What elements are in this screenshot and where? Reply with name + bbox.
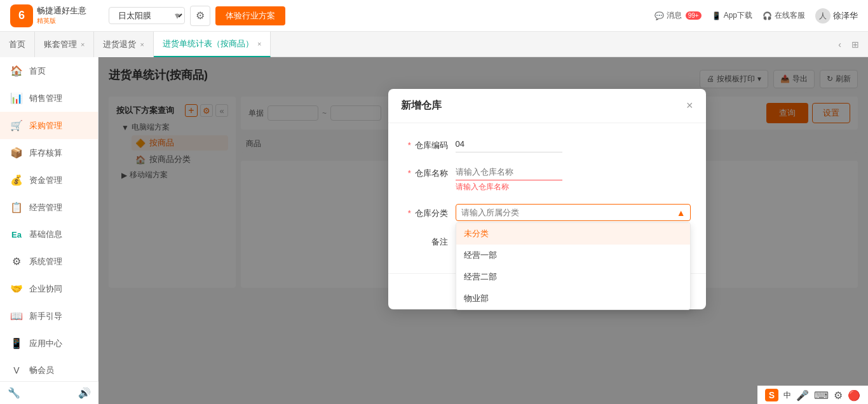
- app-icon: 📱: [712, 11, 721, 20]
- logo-title: 畅捷通好生意: [37, 6, 86, 17]
- tab-controls: ‹ ⊞: [834, 38, 868, 51]
- sidebar-label-inventory: 库存核算: [29, 147, 62, 159]
- s-logo: S: [765, 389, 778, 401]
- sidebar-label-enterprise: 企业协同: [29, 283, 62, 295]
- name-input[interactable]: [456, 164, 562, 180]
- sidebar-label-vip: 畅会员: [29, 365, 54, 376]
- close-status-icon[interactable]: 🔴: [848, 389, 860, 401]
- store-select-wrap[interactable]: 日太阳膜: [109, 7, 185, 24]
- modal-body: * 仓库编码 * 仓库名称 请输入仓库名称: [388, 123, 706, 273]
- message-badge: 99+: [686, 11, 702, 20]
- dropdown-item-property[interactable]: 物业部: [456, 288, 690, 309]
- name-label-text: 仓库名称: [415, 168, 448, 178]
- sidebar-label-purchase: 采购管理: [29, 120, 62, 131]
- category-input[interactable]: [456, 204, 691, 221]
- tab-account-label: 账套管理: [44, 39, 77, 50]
- appstore-icon: 📱: [10, 337, 23, 349]
- sidebar-item-inventory[interactable]: 📦 库存核算: [0, 139, 98, 166]
- app-download-item[interactable]: 📱 App下载: [712, 10, 752, 21]
- tab-home[interactable]: 首页: [0, 32, 35, 57]
- sidebar-item-vip[interactable]: V 畅会员: [0, 357, 98, 384]
- tab-purchase-stats-label: 进货单统计表（按商品）: [163, 38, 254, 50]
- user-avatar: 人: [815, 8, 831, 24]
- tab-next-icon[interactable]: ⊞: [848, 38, 863, 51]
- sidebar-label-system: 系统管理: [29, 256, 62, 267]
- home-icon: 🏠: [10, 65, 23, 77]
- top-header: 6 畅捷通好生意 精英版 日太阳膜 ⚙ 体验行业方案 💬 消息 99+ 📱 Ap…: [0, 0, 868, 32]
- code-label-text: 仓库编码: [415, 140, 448, 150]
- message-item[interactable]: 💬 消息 99+: [654, 10, 702, 21]
- online-service-label: 在线客服: [775, 10, 805, 21]
- sidebar-item-appstore[interactable]: 📱 应用中心: [0, 330, 98, 357]
- code-input-wrap: [456, 136, 691, 152]
- modal-header: 新增仓库 ×: [388, 89, 706, 123]
- sidebar-item-management[interactable]: 📋 经营管理: [0, 194, 98, 221]
- sidebar-item-purchase[interactable]: 🛒 采购管理: [0, 112, 98, 139]
- code-field-row: * 仓库编码: [403, 136, 691, 152]
- logo-area: 6 畅捷通好生意 精英版: [10, 4, 109, 27]
- name-field-row: * 仓库名称 请输入仓库名称: [403, 164, 691, 192]
- chinese-label: 中: [783, 390, 791, 401]
- name-label: * 仓库名称: [403, 164, 448, 179]
- settings-status-icon[interactable]: ⚙: [834, 389, 843, 401]
- settings-bottom-icon[interactable]: 🔧: [8, 387, 20, 399]
- trial-button[interactable]: 体验行业方案: [215, 6, 285, 25]
- enterprise-icon: 🤝: [10, 283, 23, 295]
- modal-close-btn[interactable]: ×: [686, 99, 693, 112]
- tab-purchase-stats-close[interactable]: ×: [257, 40, 261, 48]
- mic-icon[interactable]: 🎤: [796, 389, 809, 401]
- dropdown-item-dept2[interactable]: 经营二部: [456, 266, 690, 288]
- tab-purchase-return-close[interactable]: ×: [140, 41, 144, 48]
- sidebar-label-appstore: 应用中心: [29, 338, 62, 349]
- category-dropdown-wrap: ▲ 未分类 经营一部 经营二部 物业部: [456, 204, 691, 221]
- note-label: 备注: [403, 232, 448, 248]
- tab-purchase-stats[interactable]: 进货单统计表（按商品） ×: [154, 32, 271, 57]
- tab-bar: 首页 账套管理 × 进货退货 × 进货单统计表（按商品） × ‹ ⊞: [0, 32, 868, 57]
- note-label-text: 备注: [431, 237, 448, 246]
- category-dropdown-list: 未分类 经营一部 经营二部 物业部: [456, 222, 691, 310]
- sidebar-item-sales[interactable]: 📊 销售管理: [0, 84, 98, 112]
- sidebar-item-enterprise[interactable]: 🤝 企业协同: [0, 275, 98, 302]
- system-icon: ⚙: [10, 255, 23, 267]
- audio-icon[interactable]: 🔊: [78, 387, 91, 399]
- tab-account-close[interactable]: ×: [81, 41, 85, 48]
- tab-purchase-return[interactable]: 进货退货 ×: [94, 32, 153, 57]
- sidebar-item-system[interactable]: ⚙ 系统管理: [0, 248, 98, 275]
- dropdown-item-dept1[interactable]: 经营一部: [456, 245, 690, 266]
- sidebar-item-guide[interactable]: 📖 新手引导: [0, 302, 98, 330]
- user-item[interactable]: 人 徐泽华: [815, 8, 858, 24]
- bottom-status-bar: S 中 🎤 ⌨ ⚙ 🔴: [757, 386, 868, 404]
- tab-prev-icon[interactable]: ‹: [834, 38, 845, 51]
- category-field-row: * 仓库分类 ▲ 未分类 经营一部 经营二部 物业部: [403, 204, 691, 221]
- dropdown-item-uncategorized[interactable]: 未分类: [456, 223, 690, 245]
- sidebar-item-home[interactable]: 🏠 首页: [0, 57, 98, 84]
- code-label: * 仓库编码: [403, 136, 448, 151]
- app-logo: 6: [10, 4, 33, 27]
- message-label: 消息: [667, 10, 682, 21]
- category-required-star: *: [408, 208, 411, 218]
- inventory-icon: 📦: [10, 147, 23, 159]
- sidebar-item-base[interactable]: Ea 基础信息: [0, 221, 98, 248]
- sidebar-item-finance[interactable]: 💰 资金管理: [0, 166, 98, 194]
- code-input[interactable]: [456, 136, 562, 152]
- content-area: 进货单统计(按商品) 🖨 按模板打印 ▾ 📤 导出 ↻ 刷新: [98, 57, 868, 404]
- category-label: * 仓库分类: [403, 204, 448, 219]
- online-service-item[interactable]: 🎧 在线客服: [763, 10, 805, 21]
- settings-icon-btn[interactable]: ⚙: [190, 6, 210, 26]
- sidebar-bottom-bar: 🔧 🔊: [0, 381, 98, 404]
- app-download-label: App下载: [724, 10, 752, 21]
- name-input-wrap: 请输入仓库名称: [456, 164, 691, 192]
- tab-home-label: 首页: [9, 39, 25, 50]
- modal-title: 新增仓库: [401, 99, 442, 112]
- store-select[interactable]: 日太阳膜: [109, 7, 185, 24]
- required-star: *: [408, 140, 411, 150]
- name-required-star: *: [408, 168, 411, 178]
- sidebar-label-home: 首页: [29, 65, 46, 77]
- tab-account[interactable]: 账套管理 ×: [35, 32, 94, 57]
- name-error-text: 请输入仓库名称: [456, 182, 691, 192]
- keyboard-icon[interactable]: ⌨: [814, 389, 829, 401]
- main-layout: 🏠 首页 📊 销售管理 🛒 采购管理 📦 库存核算 💰 资金管理 📋 经营管理 …: [0, 57, 868, 404]
- sales-icon: 📊: [10, 92, 23, 104]
- management-icon: 📋: [10, 201, 23, 213]
- sidebar-label-management: 经营管理: [29, 202, 62, 213]
